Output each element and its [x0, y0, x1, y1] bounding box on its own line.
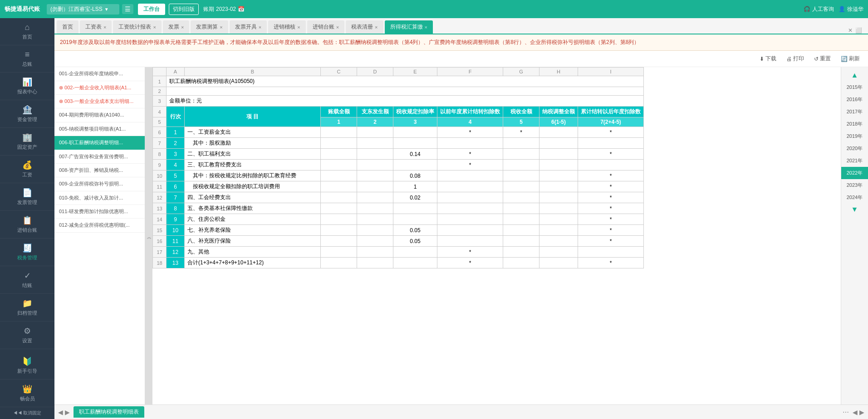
sidebar-item-vip[interactable]: 👑 畅会员 — [0, 380, 54, 407]
data-cell[interactable] — [393, 203, 437, 214]
data-cell[interactable] — [503, 181, 539, 192]
data-cell[interactable] — [503, 225, 539, 236]
data-cell[interactable] — [321, 214, 357, 225]
sidebar-item-settings[interactable]: ⚙ 设置 — [0, 322, 54, 349]
left-panel-item-004[interactable]: 004-期间费用明细表(A1040... — [54, 108, 145, 122]
download-button[interactable]: ⬇ 下载 — [757, 54, 779, 64]
data-cell[interactable] — [437, 225, 503, 236]
data-cell[interactable] — [357, 127, 393, 138]
data-cell[interactable] — [539, 247, 578, 258]
data-cell[interactable] — [357, 171, 393, 181]
year-nav-item-2018[interactable]: 2018年 — [841, 118, 868, 130]
data-cell[interactable] — [503, 192, 539, 203]
data-cell[interactable] — [503, 149, 539, 160]
data-cell[interactable] — [503, 258, 539, 268]
print-button[interactable]: 🖨 打印 — [784, 54, 807, 64]
scroll-right-icon[interactable]: ▶ — [65, 409, 70, 416]
window-maximize-icon[interactable]: ⬜ — [855, 27, 862, 34]
data-cell[interactable] — [321, 192, 357, 203]
data-cell[interactable] — [437, 236, 503, 247]
tab-purchase-ledger[interactable]: 进销台账 × — [307, 20, 344, 34]
data-cell[interactable] — [539, 127, 578, 138]
calendar-icon-btn[interactable]: ☰ — [122, 4, 133, 14]
left-panel-item-009[interactable]: 009-企业所得税弥补亏损明... — [54, 177, 145, 191]
tab-invoice-open[interactable]: 发票开具 × — [230, 20, 267, 34]
data-cell[interactable] — [321, 127, 357, 138]
data-cell[interactable] — [357, 225, 393, 236]
close-icon[interactable]: × — [153, 24, 156, 30]
close-icon[interactable]: × — [425, 24, 427, 30]
sidebar-item-guide[interactable]: 🔰 新手引导 — [0, 352, 54, 380]
data-cell[interactable] — [539, 138, 578, 149]
data-cell[interactable] — [539, 236, 578, 247]
data-cell[interactable] — [539, 181, 578, 192]
year-nav-item-2020[interactable]: 2020年 — [841, 142, 868, 155]
data-cell[interactable] — [539, 225, 578, 236]
data-cell[interactable] — [321, 149, 357, 160]
data-cell[interactable] — [321, 225, 357, 236]
left-panel-item-007[interactable]: 007-广告宣传和业务宣传费明... — [54, 150, 145, 164]
sidebar-item-purchase-sale[interactable]: 📋 进销台账 — [0, 211, 54, 239]
tab-purchase-check[interactable]: 进销稽核 × — [268, 20, 305, 34]
data-cell[interactable] — [393, 138, 437, 149]
customer-service-btn[interactable]: 🎧 人工客询 — [804, 5, 834, 13]
data-cell[interactable] — [321, 160, 357, 171]
spreadsheet-area[interactable]: A B C D E F G H I — [152, 67, 841, 404]
data-cell[interactable] — [503, 171, 539, 181]
data-cell[interactable] — [357, 181, 393, 192]
sidebar-item-payroll[interactable]: 💰 工资 — [0, 156, 54, 183]
data-cell[interactable] — [539, 149, 578, 160]
close-icon[interactable]: × — [220, 24, 222, 30]
data-cell[interactable] — [357, 149, 393, 160]
data-cell[interactable] — [357, 214, 393, 225]
left-panel-item-008[interactable]: 008-资产折旧、摊销及纳税... — [54, 164, 145, 177]
close-icon[interactable]: × — [259, 24, 261, 30]
sidebar-item-general-ledger[interactable]: ≡ 总账 — [0, 45, 54, 73]
data-cell[interactable] — [357, 192, 393, 203]
year-nav-item-2015[interactable]: 2015年 — [841, 81, 868, 93]
window-close-icon[interactable]: ✕ — [848, 27, 853, 34]
tab-income-tax[interactable]: 所得税汇算缴 × — [385, 20, 433, 34]
year-nav-item-2021[interactable]: 2021年 — [841, 155, 868, 167]
cancel-fixed-btn[interactable]: ◀◀ 取消固定 — [0, 407, 54, 419]
scroll-right-nav-icon[interactable]: ◀ ▶ — [853, 409, 864, 416]
left-panel-item-006[interactable]: 006-职工薪酬纳税调整明细... — [54, 136, 145, 150]
data-cell[interactable] — [357, 138, 393, 149]
tab-tax-clearance[interactable]: 税表清册 × — [346, 20, 383, 34]
data-cell[interactable] — [321, 236, 357, 247]
data-cell[interactable] — [539, 160, 578, 171]
calendar-icon[interactable]: 📅 — [238, 6, 245, 12]
sidebar-item-report-center[interactable]: 📊 报表中心 — [0, 73, 54, 100]
data-cell[interactable] — [393, 127, 437, 138]
data-cell[interactable] — [578, 138, 644, 149]
data-cell[interactable] — [321, 258, 357, 268]
data-cell[interactable] — [321, 171, 357, 181]
close-icon[interactable]: × — [375, 24, 378, 30]
data-cell[interactable] — [503, 236, 539, 247]
data-cell[interactable] — [357, 236, 393, 247]
refresh-button[interactable]: 🔄 刷新 — [838, 54, 863, 64]
cut-to-old-button[interactable]: 切到旧版 — [169, 4, 199, 15]
sidebar-item-tax-mgmt[interactable]: 🧾 税务管理 — [0, 239, 54, 266]
data-cell[interactable] — [393, 258, 437, 268]
data-cell[interactable] — [503, 214, 539, 225]
close-icon[interactable]: × — [297, 24, 300, 30]
sidebar-item-archive[interactable]: 📁 归档管理 — [0, 294, 54, 322]
left-panel-item-003[interactable]: ⊗ 003-一般企业业成本支出明细... — [54, 95, 145, 108]
year-nav-item-2016[interactable]: 2016年 — [841, 93, 868, 106]
left-panel-item-002[interactable]: ⊗ 002-一般企业收入明细表(A1... — [54, 81, 145, 95]
data-cell[interactable] — [437, 203, 503, 214]
tab-invoice-calc[interactable]: 发票测算 × — [191, 20, 228, 34]
left-panel-item-012[interactable]: 012-减免企业所得税优惠明细(... — [54, 219, 145, 232]
year-nav-item-2019[interactable]: 2019年 — [841, 130, 868, 142]
sidebar-item-home[interactable]: ⌂ 首页 — [0, 18, 54, 45]
left-panel-item-001[interactable]: 001-企业所得税年度纳税申... — [54, 67, 145, 81]
year-nav-item-2023[interactable]: 2023年 — [841, 179, 868, 191]
data-cell[interactable] — [357, 203, 393, 214]
tab-home[interactable]: 首页 — [57, 20, 78, 34]
data-cell[interactable] — [437, 171, 503, 181]
collapse-panel-button[interactable]: 《 — [145, 67, 152, 404]
data-cell[interactable] — [539, 258, 578, 268]
data-cell[interactable] — [357, 258, 393, 268]
workbench-button[interactable]: 工作台 — [138, 4, 165, 15]
